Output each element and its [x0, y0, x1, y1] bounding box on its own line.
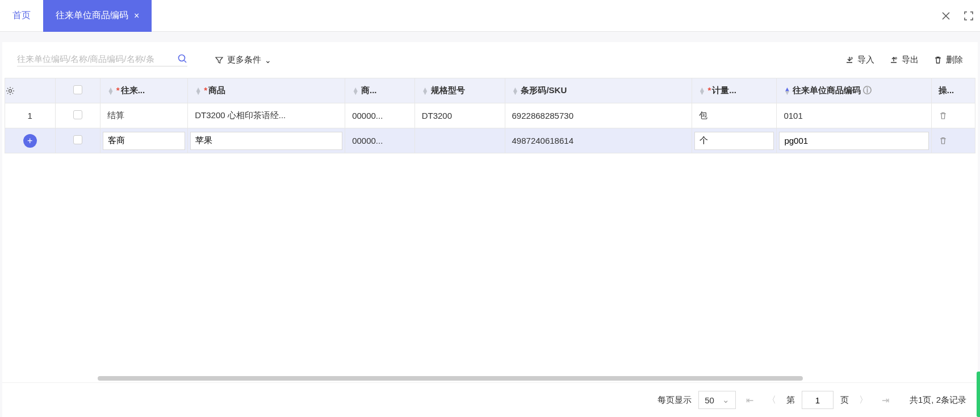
column-related-code[interactable]: ▲▼往来单位商品编码ⓘ — [777, 78, 931, 103]
cell-product-input[interactable] — [190, 132, 342, 150]
fullscreen-icon — [964, 11, 974, 21]
table-header-row: ▲▼*往来... ▲▼*商品 ▲▼商... ▲▼规格型号 ▲▼条形码/SKU ▲… — [5, 78, 975, 103]
page-first-button[interactable]: ⇤ — [743, 395, 757, 406]
column-uom[interactable]: ▲▼*计量... — [692, 78, 777, 103]
export-label: 导出 — [902, 55, 919, 65]
cell-spec[interactable]: DT3200 — [414, 103, 505, 128]
per-page-value: 50 — [705, 395, 714, 405]
more-filter-button[interactable]: 更多条件 ⌄ — [215, 55, 271, 65]
import-label: 导入 — [857, 55, 874, 65]
table-row[interactable]: 1 结算 DT3200 心相印茶语经... 00000... DT3200 69… — [5, 103, 975, 128]
cell-barcode[interactable]: 6922868285730 — [505, 103, 692, 128]
delete-button[interactable]: 删除 — [933, 55, 963, 65]
per-page-select[interactable]: 50 ⌄ — [698, 391, 736, 409]
help-icon[interactable]: ⓘ — [863, 85, 872, 95]
pagination-bar: 每页显示 50 ⌄ ⇤ 〈 第 页 〉 ⇥ 共1页, 2条记录 — [2, 382, 978, 417]
row-checkbox[interactable] — [73, 110, 82, 119]
row-delete-icon[interactable] — [939, 111, 968, 120]
tabs-bar: 首页 往来单位商品编码 × — [0, 0, 980, 32]
cell-barcode[interactable]: 4987240618614 — [505, 128, 692, 153]
column-product[interactable]: ▲▼*商品 — [188, 78, 345, 103]
export-icon — [889, 56, 898, 65]
fullscreen-button[interactable] — [957, 5, 980, 27]
column-barcode[interactable]: ▲▼条形码/SKU — [505, 78, 692, 103]
data-table: ▲▼*往来... ▲▼*商品 ▲▼商... ▲▼规格型号 ▲▼条形码/SKU ▲… — [5, 78, 975, 372]
export-button[interactable]: 导出 — [889, 55, 919, 65]
cell-uom[interactable]: 包 — [692, 103, 777, 128]
column-select-all[interactable] — [55, 78, 100, 103]
add-row-button[interactable]: + — [23, 134, 37, 148]
cell-prod-short[interactable]: 00000... — [345, 103, 415, 128]
search-icon[interactable] — [177, 53, 187, 64]
chevron-down-icon: ⌄ — [722, 395, 730, 405]
tab-home-label: 首页 — [12, 10, 31, 22]
svg-point-0 — [179, 55, 185, 61]
page-suffix: 页 — [840, 395, 849, 406]
cell-related-input[interactable] — [103, 132, 185, 150]
cell-prod-short[interactable]: 00000... — [345, 128, 415, 153]
chevron-down-icon: ⌄ — [265, 56, 271, 65]
trash-icon — [933, 56, 943, 65]
cell-related-code-input[interactable] — [779, 132, 928, 150]
cell-related[interactable]: 结算 — [100, 103, 187, 128]
tab-active-label: 往来单位商品编码 — [56, 10, 128, 22]
row-index: 1 — [5, 103, 56, 128]
per-page-label: 每页显示 — [657, 395, 692, 406]
delete-label: 删除 — [946, 55, 963, 65]
cell-spec[interactable] — [414, 128, 505, 153]
tab-related-product-code[interactable]: 往来单位商品编码 × — [43, 0, 152, 32]
column-product-short[interactable]: ▲▼商... — [345, 78, 415, 103]
more-filter-label: 更多条件 — [227, 55, 261, 65]
toolbar: 更多条件 ⌄ 导入 导出 删除 — [2, 42, 978, 78]
svg-point-1 — [9, 89, 12, 92]
gear-icon — [5, 86, 15, 96]
cell-related-code[interactable]: 0101 — [777, 103, 931, 128]
row-delete-icon[interactable] — [939, 136, 968, 145]
close-all-tabs-button[interactable] — [935, 5, 957, 27]
tab-home[interactable]: 首页 — [0, 0, 43, 32]
page-prefix: 第 — [786, 395, 795, 406]
search-input[interactable] — [17, 54, 177, 64]
page-last-button[interactable]: ⇥ — [878, 395, 893, 406]
page-number-input[interactable] — [802, 391, 834, 409]
cell-uom-input[interactable] — [694, 132, 774, 150]
column-operation: 操... — [931, 78, 975, 103]
scrollbar-thumb[interactable] — [98, 376, 803, 381]
table-row-editing[interactable]: + 00000... 4987240618614 — [5, 128, 975, 153]
close-icon[interactable]: × — [134, 11, 139, 21]
checkbox[interactable] — [73, 85, 82, 94]
page-next-button[interactable]: 〉 — [856, 394, 872, 406]
column-settings[interactable] — [5, 78, 56, 103]
filter-icon — [215, 56, 224, 65]
column-related-unit[interactable]: ▲▼*往来... — [100, 78, 187, 103]
column-spec[interactable]: ▲▼规格型号 — [414, 78, 505, 103]
pagination-summary: 共1页, 2条记录 — [910, 395, 966, 406]
x-icon — [941, 11, 951, 21]
row-checkbox[interactable] — [73, 135, 82, 144]
side-handle[interactable] — [977, 372, 980, 417]
page-prev-button[interactable]: 〈 — [764, 394, 780, 406]
search-field — [17, 53, 187, 66]
import-button[interactable]: 导入 — [845, 55, 874, 65]
import-icon — [845, 56, 854, 65]
horizontal-scrollbar[interactable] — [7, 374, 973, 382]
cell-product[interactable]: DT3200 心相印茶语经... — [188, 103, 345, 128]
